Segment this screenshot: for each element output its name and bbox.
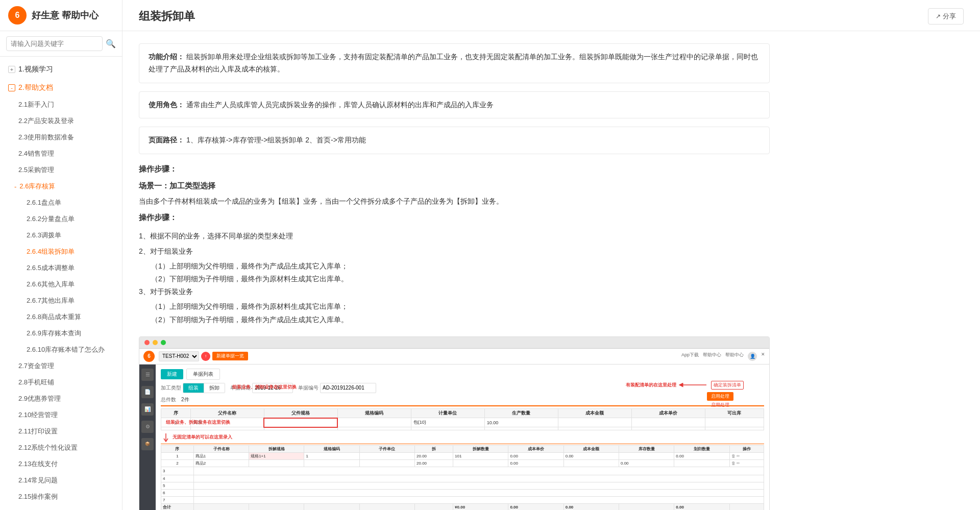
mock-org-select[interactable]: TEST-H002 <box>159 351 199 361</box>
sidebar-item-stock-check[interactable]: 2.6.9库存账本查询 <box>0 325 122 342</box>
mock-sub-row-5: 5 <box>161 482 764 489</box>
mock-sub-r1-unit <box>359 452 414 459</box>
mock-new-doc-btn[interactable]: 新建单据一览 <box>212 352 248 360</box>
mock-sub-th-stock: 库存数量 <box>619 445 674 452</box>
mock-disassembly-tab[interactable]: 拆卸 <box>204 383 225 393</box>
role-label: 使用角色： <box>149 101 184 109</box>
brand-name: 好生意 帮助中心 <box>32 9 99 21</box>
mock-sub-r7-rest <box>193 496 764 503</box>
mock-sidebar-icon-1: ☰ <box>141 369 154 381</box>
mock-sub-r2-price: 0.00 <box>508 459 564 467</box>
step2: 2、对于组装业务 <box>139 245 770 258</box>
mock-sub-r2-seq: 2 <box>161 459 194 467</box>
search-input[interactable] <box>6 36 103 51</box>
mock-annotation-type: 组装业务、拆卸业务在这里切换 <box>232 384 297 391</box>
sidebar-item-prepare[interactable]: 2.3使用前数据准备 <box>0 129 122 145</box>
sidebar-item-cases[interactable]: 2.15操作案例 <box>0 489 122 505</box>
mock-sub-row-7: 7 <box>161 496 764 503</box>
mock-footer-empty6 <box>619 503 674 510</box>
mock-close-icon[interactable]: ✕ <box>761 352 765 361</box>
mock-count-label: 总件数 <box>161 396 176 403</box>
mock-sub-r5-seq: 5 <box>161 482 194 489</box>
mock-sub-r4-seq: 4 <box>161 475 194 482</box>
mock-no-input[interactable] <box>320 383 376 393</box>
search-button[interactable]: 🔍 <box>106 39 116 48</box>
mock-sub-r2-code <box>304 459 359 467</box>
mock-sub-footer: 合计 ¥0.00 0.00 0.00 0.00 <box>161 503 764 510</box>
sidebar-item-faq[interactable]: 2.14常见问题 <box>0 472 122 489</box>
sidebar-item-account-error[interactable]: 2.6.10库存账本错了怎么办 <box>0 342 122 358</box>
sidebar-item-sales[interactable]: 2.4销售管理 <box>0 145 122 162</box>
step1: 1、根据不同的业务，选择不同单据的类型来处理 <box>139 230 770 242</box>
mock-th-spec-code: 规格编码 <box>337 408 411 418</box>
mock-sub-r1-delete[interactable]: 🗑 <box>731 454 736 458</box>
mock-th-cost-amount: 成本金额 <box>558 408 631 418</box>
scenario1-desc: 当由多个子件材料组装成一个成品的业务为【组装】业务，当由一个父件拆分成多个子产品… <box>139 195 770 208</box>
sidebar-nav: + 1.视频学习 - 2.帮助文档 2.1新手入门 2.2产品安装及登录 2.3… <box>0 57 122 510</box>
disassembly-highlight: 【拆卸】 <box>453 197 482 205</box>
mock-annotation-row: 无固定清单的可以在这里录入 <box>161 432 764 443</box>
sidebar-item-other-in[interactable]: 2.6.6其他入库单 <box>0 276 122 293</box>
sidebar-item-mobile[interactable]: 2.8手机旺铺 <box>0 374 122 391</box>
page-header: 组装拆卸单 ↗ 分享 <box>122 0 980 31</box>
mock-apply-btn[interactable]: 启用处理 <box>707 392 733 401</box>
mock-sub-r1-price: 0.00 <box>508 452 564 459</box>
path-label: 页面路径： <box>149 136 184 144</box>
sidebar-item-print[interactable]: 2.11打印设置 <box>0 423 122 440</box>
mock-parent-row2-unit <box>411 427 484 430</box>
mock-footer-empty3 <box>304 503 359 510</box>
mock-sub-row-4: 4 <box>161 475 764 482</box>
mock-count-row: 总件数 2件 组装业务、拆卸业务在这里切换 启用处理 启用处理 <box>161 396 764 403</box>
sidebar-item-inventory[interactable]: - 2.6库存核算 <box>0 178 122 195</box>
sidebar-item-partial-stocktake[interactable]: 2.6.2分量盘点单 <box>0 211 122 227</box>
mock-sub-r2-split: 20.00 <box>415 459 453 467</box>
mock-logo: 6 <box>143 351 155 362</box>
sidebar-item-cost-adjust[interactable]: 2.6.5成本调整单 <box>0 260 122 276</box>
mock-parent-row2-avail <box>705 427 764 430</box>
mock-sub-th-op: 操作 <box>729 445 764 452</box>
mock-sub-r1-alloc: 0.00 <box>674 452 729 459</box>
sidebar-item-video[interactable]: + 1.视频学习 <box>0 61 122 78</box>
sidebar-item-assembly[interactable]: 2.6.4组装拆卸单 <box>0 244 122 260</box>
mock-sub-r1-edit[interactable]: ✏ <box>737 454 740 458</box>
path-block: 页面路径： 1、库存核算->库存管理->组装拆卸单 2、首页->常用功能 <box>139 127 770 154</box>
mock-sub-row-1: 1 商品1 规格1+1 1 20.00 101 0.00 0.00 0.00 <box>161 452 764 459</box>
mock-parent-row2-price <box>631 427 705 430</box>
mock-user-center: 帮助中心 <box>725 352 744 361</box>
sidebar-item-install[interactable]: 2.2产品安装及登录 <box>0 113 122 129</box>
mock-footer-empty2 <box>249 503 304 510</box>
sidebar-item-goods-cost[interactable]: 2.6.8商品成本重算 <box>0 309 122 325</box>
mock-sidebar-icon-2: 📄 <box>141 386 154 398</box>
sidebar-item-purchase[interactable]: 2.5采购管理 <box>0 162 122 178</box>
sidebar-item-payment[interactable]: 2.13在线支付 <box>0 456 122 472</box>
mock-footer-label: 合计 <box>161 503 194 510</box>
sidebar-item-finance[interactable]: 2.7资金管理 <box>0 358 122 374</box>
mock-sub-r2-delete[interactable]: 🗑 <box>731 461 736 466</box>
mock-assembly-tab[interactable]: 组装 <box>183 383 204 393</box>
sidebar-item-docs[interactable]: - 2.帮助文档 <box>0 79 122 96</box>
mock-sub-r2-edit[interactable]: ✏ <box>737 461 740 466</box>
sidebar-item-other-out[interactable]: 2.6.7其他出库单 <box>0 293 122 309</box>
sidebar-item-stocktake[interactable]: 2.6.1盘点单 <box>0 195 122 211</box>
nav-section-docs: - 2.帮助文档 2.1新手入门 2.2产品安装及登录 2.3使用前数据准备 2… <box>0 79 122 505</box>
mock-sub-r1-op: 🗑 ✏ <box>729 452 764 459</box>
sidebar-item-coupon[interactable]: 2.9优惠券管理 <box>0 391 122 407</box>
mock-notify-icon: ! <box>201 352 210 361</box>
mock-sub-r2-name: 商品2 <box>193 459 249 467</box>
mock-confirm-btn-box: 确定装拆清单 <box>711 381 744 390</box>
role-text: 通常由生产人员或库管人员完成拆装业务的操作，库管人员确认原材料的出库和产成品的入… <box>186 101 494 109</box>
sidebar-item-operation[interactable]: 2.10经营管理 <box>0 407 122 423</box>
sidebar-item-newcomer[interactable]: 2.1新手入门 <box>0 96 122 113</box>
mock-parent-row2-code <box>337 427 411 430</box>
mock-sub-th-amount: 成本金额 <box>564 445 619 452</box>
mock-th-cost-price: 成本单价 <box>631 408 705 418</box>
mock-new-tab[interactable]: 新建 <box>161 369 183 379</box>
mock-user-avatar: 👤 <box>748 352 757 361</box>
sidebar-item-system[interactable]: 2.12系统个性化设置 <box>0 440 122 456</box>
mock-left-sidebar: ☰ 📄 📊 ⚙ 📦 <box>139 365 156 510</box>
mock-list-tab[interactable]: 单据列表 <box>186 369 220 380</box>
share-button[interactable]: ↗ 分享 <box>928 8 964 25</box>
sidebar-item-transfer[interactable]: 2.6.3调拨单 <box>0 227 122 244</box>
path-text: 1、库存核算->库存管理->组装拆卸单 2、首页->常用功能 <box>186 136 366 144</box>
mock-parent-row-1: 1 关东 包(10) 10.00 <box>161 418 764 427</box>
